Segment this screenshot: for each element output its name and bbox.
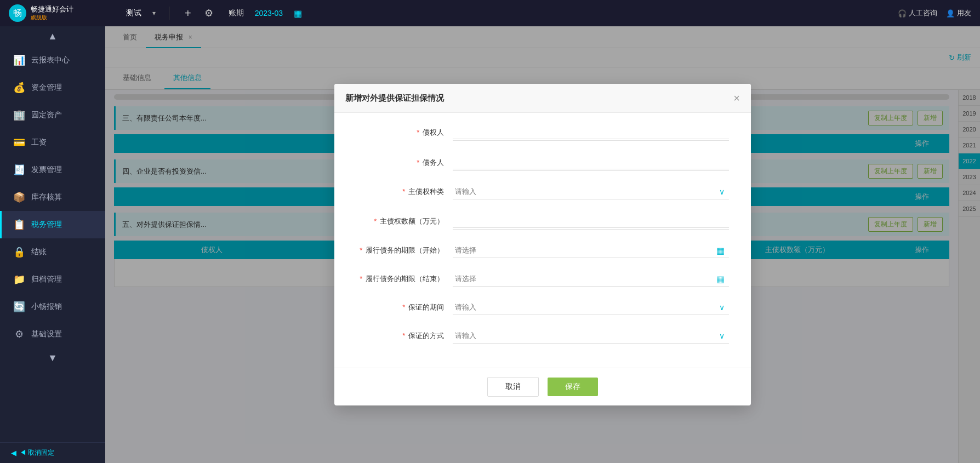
guarantee-method-label: * 保证的方式 xyxy=(356,331,444,341)
sidebar-item-closing[interactable]: 🔒 结账 xyxy=(0,238,105,266)
form-row-debtor: * 债务人 xyxy=(356,154,729,171)
settings-icon[interactable]: ⚙ xyxy=(202,7,215,19)
add-button[interactable]: + xyxy=(183,7,193,20)
sidebar-item-payroll[interactable]: 💳 工资 xyxy=(0,129,105,156)
sidebar-item-invoice[interactable]: 🧾 发票管理 xyxy=(0,156,105,184)
period-value[interactable]: 2023-03 xyxy=(255,9,283,18)
form-row-guarantee-period: * 保证的期间 ∨ xyxy=(356,300,729,315)
period-end-wrap: ▦ xyxy=(453,271,729,287)
sidebar-item-label: 结账 xyxy=(31,247,47,257)
inventory-icon: 📦 xyxy=(13,191,26,203)
company-name[interactable]: 测试 xyxy=(126,8,141,18)
guarantee-period-input[interactable] xyxy=(453,300,729,315)
sidebar-scroll-up[interactable]: ▲ xyxy=(0,26,105,47)
form-row-guarantee-method: * 保证的方式 ∨ xyxy=(356,328,729,344)
cloud-report-icon: 📊 xyxy=(13,54,26,66)
debtor-input-wrap xyxy=(453,154,729,171)
sidebar-item-inventory[interactable]: 📦 库存核算 xyxy=(0,184,105,211)
modal-dialog: 新增对外提供保证担保情况 × * 债权人 * 债务人 xyxy=(334,84,751,405)
modal-overlay[interactable]: 新增对外提供保证担保情况 × * 债权人 * 债务人 xyxy=(105,26,980,463)
sidebar-item-label: 固定资产 xyxy=(31,110,62,120)
unpin-icon: ◀ xyxy=(11,449,16,457)
calendar-icon[interactable]: ▦ xyxy=(294,8,302,19)
unpin-label: ◀ 取消固定 xyxy=(20,448,54,458)
claim-type-label: * 主债权种类 xyxy=(356,187,444,197)
base-settings-icon: ⚙ xyxy=(13,328,26,340)
guarantee-period-label: * 保证的期间 xyxy=(356,302,444,312)
period-start-input[interactable] xyxy=(453,243,729,258)
guarantee-method-input[interactable] xyxy=(453,328,729,344)
debtor-label: * 债务人 xyxy=(356,158,444,168)
header-right: 🎧 人工咨询 👤 用友 xyxy=(898,8,971,18)
fixed-assets-icon: 🏢 xyxy=(13,109,26,121)
modal-body: * 债权人 * 债务人 xyxy=(334,113,751,368)
claim-amount-input[interactable] xyxy=(453,213,729,228)
sidebar-item-fixed-assets[interactable]: 🏢 固定资产 xyxy=(0,101,105,129)
sidebar-item-archive[interactable]: 📁 归档管理 xyxy=(0,266,105,293)
closing-icon: 🔒 xyxy=(13,246,26,258)
payroll-icon: 💳 xyxy=(13,136,26,148)
guarantee-method-wrap: ∨ xyxy=(453,328,729,344)
user-button[interactable]: 👤 用友 xyxy=(946,8,971,18)
cancel-button[interactable]: 取消 xyxy=(487,377,539,397)
edition-badge: 旗舰版 xyxy=(31,14,73,21)
period-end-label: * 履行债务的期限（结束） xyxy=(356,274,444,284)
sidebar-item-settings[interactable]: ⚙ 基础设置 xyxy=(0,321,105,348)
logo-text: 畅捷通好会计 xyxy=(31,5,73,14)
sidebar-item-label: 资金管理 xyxy=(31,83,62,93)
tax-icon: 📋 xyxy=(13,219,26,231)
sidebar-item-label: 云报表中心 xyxy=(31,55,70,65)
unpin-button[interactable]: ◀ ◀ 取消固定 xyxy=(0,442,105,463)
modal-title: 新增对外提供保证担保情况 xyxy=(345,93,444,104)
invoice-icon: 🧾 xyxy=(13,164,26,176)
sidebar-item-label: 工资 xyxy=(31,138,47,147)
period-start-wrap: ▦ xyxy=(453,243,729,258)
period-label: 账期 xyxy=(229,8,244,18)
user-icon: 👤 xyxy=(946,9,955,18)
modal-footer: 取消 保存 xyxy=(334,368,751,405)
xiaochang-icon: 🔄 xyxy=(13,301,26,313)
support-button[interactable]: 🎧 人工咨询 xyxy=(898,8,937,18)
creditor-input[interactable] xyxy=(453,124,729,139)
form-row-claim-amount: * 主债权数额（万元） xyxy=(356,213,729,230)
top-header: 畅 畅捷通好会计 旗舰版 测试 ▾ + ⚙ 账期 2023-03 ▦ 🎧 人工咨… xyxy=(0,0,980,26)
sidebar-item-tax[interactable]: 📋 税务管理 xyxy=(0,211,105,238)
fund-icon: 💰 xyxy=(13,82,26,94)
logo-area: 畅 畅捷通好会计 旗舰版 xyxy=(9,4,113,22)
sidebar-item-fund[interactable]: 💰 资金管理 xyxy=(0,74,105,101)
headset-icon: 🎧 xyxy=(898,9,907,18)
modal-close-button[interactable]: × xyxy=(733,93,740,104)
debtor-input[interactable] xyxy=(453,154,729,169)
form-row-period-end: * 履行债务的期限（结束） ▦ xyxy=(356,271,729,287)
claim-type-input[interactable] xyxy=(453,184,729,199)
form-row-period-start: * 履行债务的期限（开始） ▦ xyxy=(356,243,729,258)
form-row-creditor: * 债权人 xyxy=(356,124,729,141)
sidebar-item-label: 库存核算 xyxy=(31,192,62,202)
sidebar-item-label: 发票管理 xyxy=(31,165,62,175)
save-button[interactable]: 保存 xyxy=(548,378,598,396)
creditor-input-wrap xyxy=(453,124,729,141)
sidebar-item-label: 小畅报销 xyxy=(31,302,62,312)
period-end-input[interactable] xyxy=(453,271,729,287)
claim-type-select-wrap: ∨ xyxy=(453,184,729,199)
sidebar-item-label: 基础设置 xyxy=(31,329,62,339)
form-row-claim-type: * 主债权种类 ∨ xyxy=(356,184,729,199)
guarantee-period-wrap: ∨ xyxy=(453,300,729,315)
sidebar-item-cloud-report[interactable]: 📊 云报表中心 xyxy=(0,47,105,74)
company-dropdown-icon[interactable]: ▾ xyxy=(152,9,156,17)
creditor-label: * 债权人 xyxy=(356,128,444,138)
sidebar-item-label: 归档管理 xyxy=(31,275,62,284)
logo-icon: 畅 xyxy=(9,4,26,22)
period-start-label: * 履行债务的期限（开始） xyxy=(356,245,444,255)
modal-header: 新增对外提供保证担保情况 × xyxy=(334,84,751,113)
sidebar-item-xiaochang[interactable]: 🔄 小畅报销 xyxy=(0,293,105,321)
header-separator xyxy=(169,7,169,20)
sidebar: ▲ 📊 云报表中心 💰 资金管理 🏢 固定资产 💳 工资 🧾 发票管理 📦 库存… xyxy=(0,26,105,463)
claim-amount-label: * 主债权数额（万元） xyxy=(356,216,444,226)
sidebar-scroll-down[interactable]: ▼ xyxy=(0,348,105,368)
sidebar-item-label: 税务管理 xyxy=(31,220,62,230)
archive-icon: 📁 xyxy=(13,273,26,285)
claim-amount-input-wrap xyxy=(453,213,729,230)
